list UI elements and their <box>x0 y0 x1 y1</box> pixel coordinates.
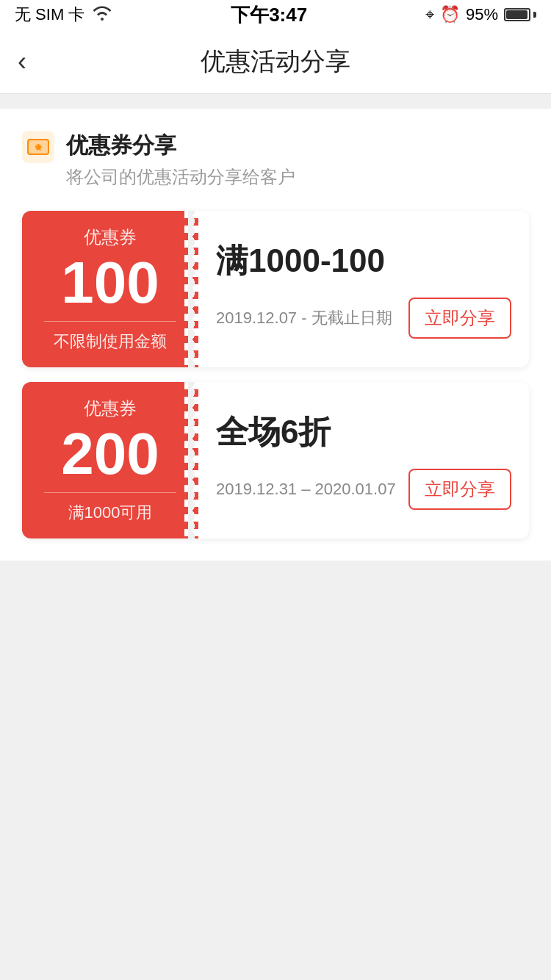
page-bottom <box>0 561 551 980</box>
coupon-name-2: 全场6折 <box>216 411 511 454</box>
status-time: 下午3:47 <box>231 2 307 28</box>
coupon-meta-1: 2019.12.07 - 无截止日期 立即分享 <box>216 298 511 339</box>
coupon-name-1: 满1000-100 <box>216 239 511 283</box>
coupon-meta-2: 2019.12.31 – 2020.01.07 立即分享 <box>216 469 511 510</box>
nav-bar: ‹ 优惠活动分享 <box>0 29 551 94</box>
coupon-divider-1 <box>44 321 176 322</box>
section-title: 优惠券分享 <box>66 131 295 161</box>
battery-text: 95% <box>466 5 498 24</box>
coupon-left-2: 优惠券 200 满1000可用 <box>22 382 198 538</box>
location-icon: ⌖ <box>425 5 434 24</box>
coupon-left-1: 优惠券 100 不限制使用金额 <box>22 211 198 367</box>
section-header: ★ 优惠券分享 将公司的优惠活动分享给客户 <box>0 109 551 196</box>
coupon-date-2: 2019.12.31 – 2020.01.07 <box>216 480 396 499</box>
back-button[interactable]: ‹ <box>18 46 26 77</box>
coupon-share-icon: ★ <box>22 131 54 163</box>
coupon-label-2: 优惠券 <box>84 397 137 420</box>
coupon-amount-2: 200 <box>61 425 159 483</box>
coupon-card-1: 优惠券 100 不限制使用金额 满1000-100 2019.12.07 - 无… <box>22 211 529 367</box>
section-subtitle: 将公司的优惠活动分享给客户 <box>66 165 295 189</box>
alarm-icon: ⏰ <box>440 5 460 24</box>
coupon-condition-2: 满1000可用 <box>68 502 153 524</box>
status-right: ⌖ ⏰ 95% <box>425 5 536 24</box>
coupon-divider-2 <box>44 492 176 493</box>
coupon-date-1: 2019.12.07 - 无截止日期 <box>216 307 392 329</box>
coupon-right-1: 满1000-100 2019.12.07 - 无截止日期 立即分享 <box>198 211 529 367</box>
status-left: 无 SIM 卡 <box>15 4 112 26</box>
battery-icon <box>504 8 536 21</box>
wifi-icon <box>92 4 112 25</box>
carrier-text: 无 SIM 卡 <box>15 4 84 26</box>
coupon-amount-1: 100 <box>61 253 159 312</box>
coupon-card-2: 优惠券 200 满1000可用 全场6折 2019.12.31 – 2020.0… <box>22 382 529 538</box>
page-title: 优惠活动分享 <box>201 45 350 79</box>
coupon-right-2: 全场6折 2019.12.31 – 2020.01.07 立即分享 <box>198 382 529 538</box>
coupon-label-1: 优惠券 <box>84 226 137 249</box>
page-separator <box>0 94 551 109</box>
share-button-1[interactable]: 立即分享 <box>408 298 511 339</box>
coupon-list: 优惠券 100 不限制使用金额 满1000-100 2019.12.07 - 无… <box>0 196 551 561</box>
section-text: 优惠券分享 将公司的优惠活动分享给客户 <box>66 131 295 189</box>
coupon-condition-1: 不限制使用金额 <box>54 331 167 353</box>
svg-text:★: ★ <box>35 143 43 153</box>
share-button-2[interactable]: 立即分享 <box>408 469 511 510</box>
status-bar: 无 SIM 卡 下午3:47 ⌖ ⏰ 95% <box>0 0 551 29</box>
